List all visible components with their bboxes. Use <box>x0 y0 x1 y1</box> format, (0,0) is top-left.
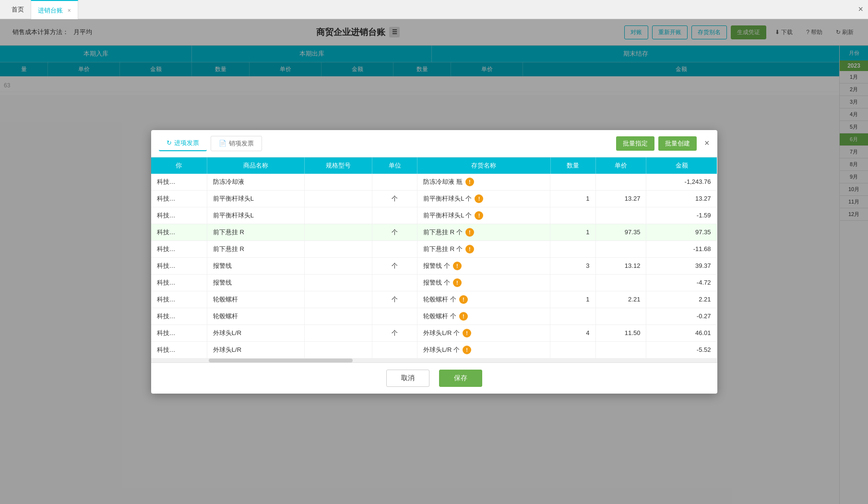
modal-table: 你 商品名称 规格型号 单位 存货名称 数量 单价 金额 科技…防冻冷却液防冻冷… <box>151 157 717 359</box>
warning-icon[interactable]: ! <box>459 295 468 304</box>
col-qty: 数量 <box>550 157 595 174</box>
save-button[interactable]: 保存 <box>439 370 482 387</box>
warning-icon[interactable]: ! <box>453 262 462 270</box>
warning-icon[interactable]: ! <box>465 228 474 237</box>
warning-icon[interactable]: ! <box>465 245 474 253</box>
app-close-button[interactable]: × <box>858 4 863 14</box>
warning-icon[interactable]: ! <box>475 194 483 203</box>
tab-ledger[interactable]: 进销台账 × <box>31 0 78 19</box>
col-amount: 金额 <box>646 157 717 174</box>
batch-create-button[interactable]: 批量创建 <box>658 136 697 151</box>
main-content: 销售成本计算方法： 月平均 商贸企业进销台账 ☰ 对账 重新开账 存货别名 生成… <box>0 19 868 504</box>
col-company: 你 <box>151 157 207 174</box>
table-row: 科技…外球头L/R外球头L/R 个!-5.52 <box>151 341 717 358</box>
col-stock-name: 存货名称 <box>417 157 551 174</box>
table-row: 科技…防冻冷却液防冻冷却液 瓶!-1,243.76 <box>151 174 717 191</box>
warning-icon[interactable]: ! <box>463 329 471 337</box>
modal-header: ↻ 进项发票 📄 销项发票 批量指定 批量创建 × <box>151 130 717 157</box>
modal-close-button[interactable]: × <box>704 138 710 148</box>
tab-invoice-in[interactable]: ↻ 进项发票 <box>159 136 207 151</box>
modal-backdrop: ↻ 进项发票 📄 销项发票 批量指定 批量创建 × 你 <box>0 19 868 504</box>
table-row: 科技…报警线报警线 个!-4.72 <box>151 274 717 291</box>
invoice-out-icon: 📄 <box>219 140 226 147</box>
modal-header-buttons: 批量指定 批量创建 <box>616 136 697 151</box>
table-row: 科技…轮毂螺杆轮毂螺杆 个!-0.27 <box>151 308 717 324</box>
col-price: 单价 <box>595 157 646 174</box>
table-row: 科技…前平衡杆球头L个前平衡杆球头L 个!113.2713.27 <box>151 190 717 207</box>
tab-invoice-out[interactable]: 📄 销项发票 <box>211 136 262 151</box>
invoice-in-icon: ↻ <box>166 139 172 146</box>
modal-scroll-bar[interactable] <box>151 359 717 362</box>
table-row: 科技…前平衡杆球头L前平衡杆球头L 个!-1.59 <box>151 207 717 224</box>
modal-dialog: ↻ 进项发票 📄 销项发票 批量指定 批量创建 × 你 <box>151 130 717 394</box>
col-spec: 规格型号 <box>304 157 372 174</box>
col-unit: 单位 <box>372 157 417 174</box>
table-row: 科技…前下悬挂 R前下悬挂 R 个!-11.68 <box>151 240 717 257</box>
cancel-button[interactable]: 取消 <box>386 370 429 387</box>
table-row: 科技…轮毂螺杆个轮毂螺杆 个!12.212.21 <box>151 291 717 308</box>
modal-table-wrap: 你 商品名称 规格型号 单位 存货名称 数量 单价 金额 科技…防冻冷却液防冻冷… <box>151 157 717 359</box>
warning-icon[interactable]: ! <box>465 178 474 186</box>
modal-footer: 取消 保存 <box>151 362 717 394</box>
warning-icon[interactable]: ! <box>453 278 462 287</box>
tab-close-icon[interactable]: × <box>68 7 71 14</box>
table-row: 科技…前下悬挂 R个前下悬挂 R 个!197.3597.35 <box>151 224 717 240</box>
tab-bar: 首页 进销台账 × × <box>0 0 868 19</box>
modal-scroll-thumb[interactable] <box>209 359 353 362</box>
batch-assign-button[interactable]: 批量指定 <box>616 136 654 151</box>
warning-icon[interactable]: ! <box>463 346 471 354</box>
col-product-name: 商品名称 <box>207 157 304 174</box>
warning-icon[interactable]: ! <box>475 211 483 220</box>
table-row: 科技…外球头L/R个外球头L/R 个!411.5046.01 <box>151 324 717 341</box>
warning-icon[interactable]: ! <box>459 312 468 321</box>
table-row: 科技…报警线个报警线 个!313.1239.37 <box>151 257 717 274</box>
tab-home[interactable]: 首页 <box>5 0 31 19</box>
